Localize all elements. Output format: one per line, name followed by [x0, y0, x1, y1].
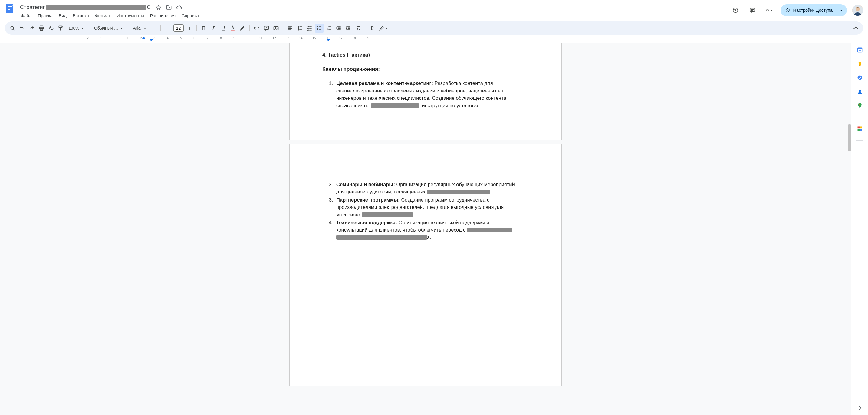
- ruler-label: 2: [87, 37, 89, 40]
- zoom-select[interactable]: 100%: [66, 24, 87, 33]
- svg-rect-27: [859, 65, 861, 66]
- align-icon[interactable]: [286, 24, 295, 33]
- chevron-down-icon: [840, 10, 843, 11]
- ruler-label: 13: [286, 37, 289, 40]
- menu-help[interactable]: Справка: [179, 12, 202, 20]
- account-avatar[interactable]: [852, 5, 863, 16]
- menu-view[interactable]: Вид: [56, 12, 69, 20]
- menu-edit[interactable]: Правка: [35, 12, 55, 20]
- insert-comment-icon[interactable]: [262, 24, 271, 33]
- svg-rect-2: [7, 7, 12, 8]
- first-line-indent-marker[interactable]: [142, 37, 145, 39]
- addon-app-icon[interactable]: [856, 125, 864, 132]
- ruler-label: 9: [234, 37, 235, 40]
- svg-point-18: [317, 26, 318, 27]
- history-icon[interactable]: [730, 4, 741, 16]
- document-title[interactable]: Стратегия С: [18, 4, 153, 11]
- insert-image-icon[interactable]: [272, 24, 281, 33]
- svg-point-20: [317, 29, 318, 30]
- decrease-indent-icon[interactable]: [334, 24, 343, 33]
- editing-mode-toggle[interactable]: P: [368, 24, 377, 33]
- ruler-label: 1: [127, 37, 129, 40]
- subheading: Каналы продвижения:: [322, 65, 516, 73]
- spellcheck-icon[interactable]: [46, 24, 56, 33]
- get-addons-icon[interactable]: [856, 148, 864, 155]
- left-indent-marker[interactable]: [150, 39, 153, 41]
- menu-format[interactable]: Формат: [92, 12, 114, 20]
- svg-point-8: [856, 7, 860, 11]
- document-editor[interactable]: 4. Tactics (Тактика) Каналы продвижения:…: [0, 43, 851, 415]
- checklist-icon[interactable]: [305, 24, 314, 33]
- italic-icon[interactable]: [209, 24, 218, 33]
- paint-format-icon[interactable]: [56, 24, 65, 33]
- cloud-saved-icon[interactable]: [176, 4, 182, 10]
- underline-icon[interactable]: [218, 24, 227, 33]
- ruler-label: 18: [352, 37, 355, 40]
- comments-icon[interactable]: [747, 4, 758, 16]
- bulleted-list-icon[interactable]: [315, 24, 324, 33]
- paragraph-style-select[interactable]: Обычный …: [92, 24, 126, 33]
- ruler-label: 3: [153, 37, 155, 40]
- print-icon[interactable]: [37, 24, 46, 33]
- star-icon[interactable]: [156, 4, 162, 10]
- menu-insert[interactable]: Вставка: [70, 12, 92, 20]
- clear-formatting-icon[interactable]: [353, 24, 363, 33]
- svg-rect-34: [860, 129, 862, 131]
- editing-mode-dropdown[interactable]: [377, 24, 389, 33]
- meet-button[interactable]: [764, 4, 775, 16]
- search-menus-icon[interactable]: [8, 24, 17, 33]
- move-folder-icon[interactable]: [166, 4, 172, 10]
- line-spacing-icon[interactable]: [296, 24, 305, 33]
- svg-point-9: [10, 26, 13, 29]
- list-item: Семинары и вебинары: Организация регуляр…: [334, 181, 516, 196]
- font-size-decrease[interactable]: [163, 24, 172, 33]
- redacted-span: [371, 103, 419, 108]
- increase-indent-icon[interactable]: [344, 24, 353, 33]
- undo-icon[interactable]: [18, 24, 27, 33]
- text-color-icon[interactable]: [228, 24, 237, 33]
- redo-icon[interactable]: [27, 24, 36, 33]
- contacts-icon[interactable]: [856, 88, 864, 95]
- list-item: Целевая реклама и контент-маркетинг: Раз…: [334, 79, 516, 109]
- keep-icon[interactable]: [856, 60, 864, 67]
- collapse-toolbar-icon[interactable]: [851, 24, 860, 32]
- right-indent-marker[interactable]: [327, 39, 330, 41]
- highlight-color-icon[interactable]: [238, 24, 247, 33]
- scrollbar-thumb[interactable]: [848, 124, 851, 151]
- ruler-label: 15: [312, 37, 316, 40]
- font-size-input[interactable]: [174, 25, 184, 32]
- list-item: Техническая поддержка: Организация техни…: [334, 219, 516, 241]
- menu-extensions[interactable]: Расширения: [147, 12, 178, 20]
- ruler-label: 4: [167, 37, 168, 40]
- ruler-label: 12: [272, 37, 276, 40]
- ruler-label: 17: [339, 37, 342, 40]
- toolbar: 100% Обычный … Arial: [5, 22, 863, 35]
- side-panel: 31: [851, 43, 868, 415]
- ruler-label: 8: [220, 37, 222, 40]
- menu-tools[interactable]: Инструменты: [114, 12, 147, 20]
- svg-rect-5: [766, 10, 768, 11]
- ruler-label: 6: [193, 37, 195, 40]
- font-size-increase[interactable]: [185, 24, 194, 33]
- docs-logo[interactable]: [4, 2, 16, 14]
- document-title-suffix: С: [147, 4, 151, 10]
- titlebar: Стратегия С Файл Правка Вид Вставка Форм…: [0, 0, 868, 22]
- ruler-label: 10: [246, 37, 249, 40]
- svg-rect-14: [231, 30, 235, 31]
- font-select[interactable]: Arial: [131, 24, 158, 33]
- calendar-icon[interactable]: 31: [856, 46, 864, 54]
- share-button[interactable]: Настройки Доступа: [780, 4, 847, 16]
- insert-link-icon[interactable]: [252, 24, 261, 33]
- redacted-span: [427, 189, 490, 194]
- share-label: Настройки Доступа: [793, 8, 833, 13]
- menu-file[interactable]: Файл: [18, 12, 34, 20]
- redacted-span: [362, 212, 413, 217]
- maps-icon[interactable]: [856, 102, 864, 109]
- tasks-icon[interactable]: [856, 74, 864, 81]
- side-panel-collapse-icon[interactable]: [856, 404, 864, 412]
- numbered-list-icon[interactable]: 123: [324, 24, 334, 33]
- ruler-label: 14: [299, 37, 302, 40]
- bold-icon[interactable]: [199, 24, 208, 33]
- ruler[interactable]: 2112345678910111213141516171819: [0, 37, 868, 43]
- menu-bar: Файл Правка Вид Вставка Формат Инструмен…: [18, 11, 727, 22]
